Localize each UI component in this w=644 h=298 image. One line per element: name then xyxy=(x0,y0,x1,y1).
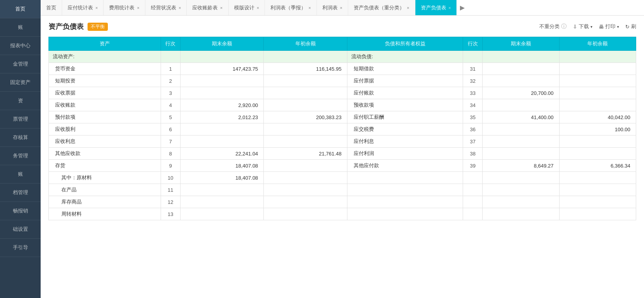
tab-balance[interactable]: 资产负债表 × xyxy=(415,0,457,16)
period-end-right[interactable] xyxy=(483,123,559,136)
sidebar-item-ledger[interactable]: 账 xyxy=(0,165,41,184)
tab-profit[interactable]: 利润表 × xyxy=(317,0,348,16)
sidebar-item-inventory[interactable]: 存核算 xyxy=(0,128,41,147)
year-begin-left[interactable]: 116,145.95 xyxy=(264,63,347,75)
year-begin-left[interactable] xyxy=(264,184,347,196)
period-end-right[interactable]: 20,700.00 xyxy=(483,87,559,99)
asset-label[interactable]: 货币资金 xyxy=(49,63,161,75)
year-begin-right[interactable] xyxy=(559,75,636,87)
period-end-left[interactable] xyxy=(180,87,264,99)
sidebar-item-fund-mgmt[interactable]: 金管理 xyxy=(0,55,41,73)
tab-close-profit[interactable]: × xyxy=(340,5,342,10)
liability-label[interactable] xyxy=(347,172,463,184)
year-begin-left[interactable] xyxy=(264,196,347,208)
year-begin-left[interactable] xyxy=(264,208,347,220)
liability-label[interactable]: 应付利润 xyxy=(347,148,463,160)
period-end-left[interactable]: 22,241.04 xyxy=(180,148,264,160)
period-end-left[interactable]: 18,407.08 xyxy=(180,172,264,184)
asset-label[interactable]: 在产品 xyxy=(49,184,161,196)
sidebar-item-capital[interactable]: 资 xyxy=(0,92,41,110)
year-begin-left[interactable] xyxy=(264,123,347,136)
asset-label[interactable]: 存货 xyxy=(49,160,161,172)
tab-accounts-payable[interactable]: 应付统计表 × xyxy=(62,0,104,16)
year-begin-left[interactable] xyxy=(264,160,347,172)
tab-ar-aging[interactable]: 应收账龄表 × xyxy=(187,0,228,16)
tab-close-operations[interactable]: × xyxy=(179,5,181,10)
year-begin-right[interactable]: 6,366.34 xyxy=(559,160,636,172)
period-end-left[interactable]: 18,407.08 xyxy=(180,160,264,172)
asset-label[interactable]: 应收利息 xyxy=(49,136,161,148)
year-begin-right[interactable] xyxy=(559,172,636,184)
help-icon[interactable]: ⓘ xyxy=(561,23,567,30)
liability-label[interactable]: 应付账款 xyxy=(347,87,463,99)
tab-balance-reclassified[interactable]: 资产负债表（重分类） × xyxy=(348,0,415,16)
refresh-action[interactable]: ↻ 刷 xyxy=(625,23,636,30)
tab-home[interactable]: 首页 xyxy=(41,0,62,16)
period-end-right[interactable] xyxy=(483,75,559,87)
year-begin-right[interactable] xyxy=(559,196,636,208)
asset-label[interactable]: 应收账款 xyxy=(49,99,161,111)
sidebar-item-fixed-assets[interactable]: 固定资产 xyxy=(0,73,41,92)
period-end-right[interactable] xyxy=(483,136,559,148)
tab-close-template[interactable]: × xyxy=(257,5,259,10)
period-end-right[interactable] xyxy=(483,63,559,75)
year-begin-right[interactable] xyxy=(559,208,636,220)
tab-close-balance[interactable]: × xyxy=(449,5,451,10)
sidebar-item-ticket-mgmt[interactable]: 票管理 xyxy=(0,110,41,128)
download-action[interactable]: ⇩ 下载 ▾ xyxy=(573,23,592,30)
period-end-right[interactable] xyxy=(483,184,559,196)
tab-operations[interactable]: 经营状况表 × xyxy=(145,0,187,16)
classify-action[interactable]: 不重分类 ⓘ xyxy=(539,23,567,30)
year-begin-right[interactable] xyxy=(559,148,636,160)
sidebar-item-report-center[interactable]: 报表中心 xyxy=(0,37,41,55)
tab-scroll-right[interactable]: ▶ xyxy=(457,0,468,16)
sidebar-item-home[interactable]: 首页 xyxy=(0,0,41,18)
sidebar-item-business-mgmt[interactable]: 务管理 xyxy=(0,147,41,165)
year-begin-left[interactable] xyxy=(264,136,347,148)
tab-template[interactable]: 模版设计 × xyxy=(229,0,265,16)
period-end-right[interactable]: 41,400.00 xyxy=(483,111,559,123)
year-begin-right[interactable] xyxy=(559,63,636,75)
period-end-left[interactable] xyxy=(180,184,264,196)
liability-label[interactable]: 应付利息 xyxy=(347,136,463,148)
asset-label[interactable]: 其他应收款 xyxy=(49,148,161,160)
period-end-right[interactable] xyxy=(483,196,559,208)
liability-label[interactable] xyxy=(347,184,463,196)
period-end-right[interactable]: 8,649.27 xyxy=(483,160,559,172)
year-begin-left[interactable] xyxy=(264,99,347,111)
asset-label[interactable]: 应收股利 xyxy=(49,123,161,136)
asset-label[interactable]: 周转材料 xyxy=(49,208,161,220)
tab-close-accounts-payable[interactable]: × xyxy=(95,5,98,10)
period-end-left[interactable]: 147,423.75 xyxy=(180,63,264,75)
year-begin-left[interactable] xyxy=(264,75,347,87)
liability-label[interactable] xyxy=(347,196,463,208)
liability-label[interactable]: 短期借款 xyxy=(347,63,463,75)
print-action[interactable]: 🖶 打印 ▾ xyxy=(599,23,619,30)
liability-label[interactable]: 预收款项 xyxy=(347,99,463,111)
liability-label[interactable]: 其他应付款 xyxy=(347,160,463,172)
tab-close-balance-reclassified[interactable]: × xyxy=(407,5,409,10)
period-end-right[interactable] xyxy=(483,208,559,220)
asset-label[interactable]: 短期投资 xyxy=(49,75,161,87)
liability-label[interactable] xyxy=(347,208,463,220)
year-begin-right[interactable] xyxy=(559,184,636,196)
year-begin-right[interactable] xyxy=(559,99,636,111)
tab-expense[interactable]: 费用统计表 × xyxy=(104,0,145,16)
period-end-left[interactable]: 2,012.23 xyxy=(180,111,264,123)
tab-close-ar-aging[interactable]: × xyxy=(220,5,222,10)
liability-label[interactable]: 应付票据 xyxy=(347,75,463,87)
period-end-left[interactable] xyxy=(180,196,264,208)
period-end-left[interactable] xyxy=(180,136,264,148)
period-end-right[interactable] xyxy=(483,172,559,184)
year-begin-right[interactable]: 100.00 xyxy=(559,123,636,136)
sidebar-item-guide[interactable]: 手引导 xyxy=(0,239,41,257)
year-begin-right[interactable]: 40,042.00 xyxy=(559,111,636,123)
sidebar-item-settings[interactable]: 础设置 xyxy=(0,220,41,239)
period-end-right[interactable] xyxy=(483,148,559,160)
year-begin-left[interactable] xyxy=(264,87,347,99)
sidebar-item-expense[interactable]: 畅报销 xyxy=(0,202,41,220)
sidebar-item-account[interactable]: 账 xyxy=(0,18,41,37)
asset-label[interactable]: 预付款项 xyxy=(49,111,161,123)
year-begin-right[interactable] xyxy=(559,87,636,99)
tab-profit-quarterly[interactable]: 利润表（季报） × xyxy=(265,0,317,16)
